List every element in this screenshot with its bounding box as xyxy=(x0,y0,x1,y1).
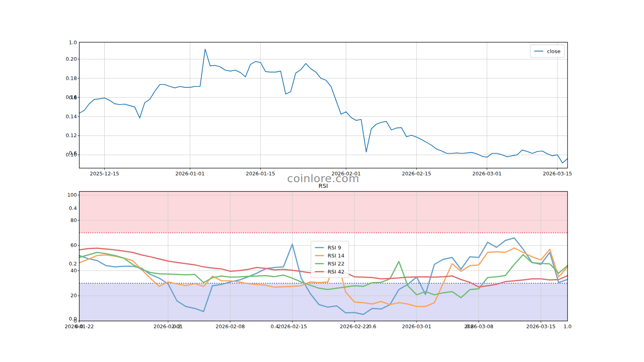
x-tick-label: 2026-03-01 xyxy=(398,324,435,329)
overlay-x-tick-label: 0.4 xyxy=(256,324,293,329)
legend-rsi: RSI 9 RSI 14 RSI 22 RSI 42 xyxy=(311,241,349,278)
rsi-chart-title: RSI xyxy=(283,183,363,189)
y-tick-label: 0.18 xyxy=(53,76,77,81)
x-tick-label: 2026-01-01 xyxy=(172,171,208,177)
overlay-y-tick-label: 0.8 xyxy=(53,95,77,101)
x-tick-label: 2026-02-15 xyxy=(398,171,435,177)
x-tick-label: 2026-03-01 xyxy=(469,171,505,177)
legend-label-rsi42: RSI 42 xyxy=(328,269,345,275)
overlay-y-tick-label: 0.2 xyxy=(53,261,77,267)
y-tick-label: 60 xyxy=(53,243,77,248)
overlay-y-tick-label: 1.0 xyxy=(53,40,77,45)
legend-item-rsi9: RSI 9 xyxy=(315,243,345,251)
overlay-x-tick-label: 1.0 xyxy=(549,324,586,329)
figure-root: 2025-12-152026-01-012026-01-152026-02-01… xyxy=(0,0,644,362)
x-tick-label: 2025-12-15 xyxy=(87,171,123,177)
rsi22-line-swatch xyxy=(315,263,324,264)
rsi9-line-swatch xyxy=(315,247,324,248)
y-tick-label: 80 xyxy=(53,218,77,223)
y-tick-label: 0.14 xyxy=(53,114,77,119)
legend-label-rsi14: RSI 14 xyxy=(328,253,345,259)
overlay-x-tick-label: 0.6 xyxy=(354,324,390,329)
y-tick-label: 100 xyxy=(53,192,77,198)
legend-label-close: close xyxy=(547,48,560,54)
close-line-swatch xyxy=(534,51,543,51)
x-tick-label: 2026-03-15 xyxy=(539,171,576,177)
overlay-y-tick-label: 0.4 xyxy=(53,206,77,211)
legend-label-rsi9: RSI 9 xyxy=(328,245,341,251)
y-tick-label: 40 xyxy=(53,268,77,274)
legend-close: close xyxy=(530,45,565,58)
overlay-x-tick-label: 0.8 xyxy=(452,324,488,329)
rsi42-line-swatch xyxy=(315,271,324,272)
legend-label-rsi22: RSI 22 xyxy=(328,261,345,267)
legend-item-rsi42: RSI 42 xyxy=(315,267,345,276)
rsi14-line-swatch xyxy=(315,255,324,256)
overlay-x-tick-label: 0.0 xyxy=(61,324,97,329)
legend-item-close: close xyxy=(534,47,560,55)
overlay-y-tick-label: 0.6 xyxy=(53,150,77,156)
y-tick-label: 0.20 xyxy=(53,56,77,62)
y-tick-label: 0.12 xyxy=(53,133,77,138)
x-tick-label: 2026-02-08 xyxy=(212,324,248,329)
legend-item-rsi22: RSI 22 xyxy=(315,259,345,267)
overlay-x-tick-label: 0.2 xyxy=(159,324,195,329)
overlay-y-tick-label: 0.0 xyxy=(53,316,77,322)
y-tick-label: 20 xyxy=(53,293,77,298)
legend-item-rsi14: RSI 14 xyxy=(315,251,345,259)
